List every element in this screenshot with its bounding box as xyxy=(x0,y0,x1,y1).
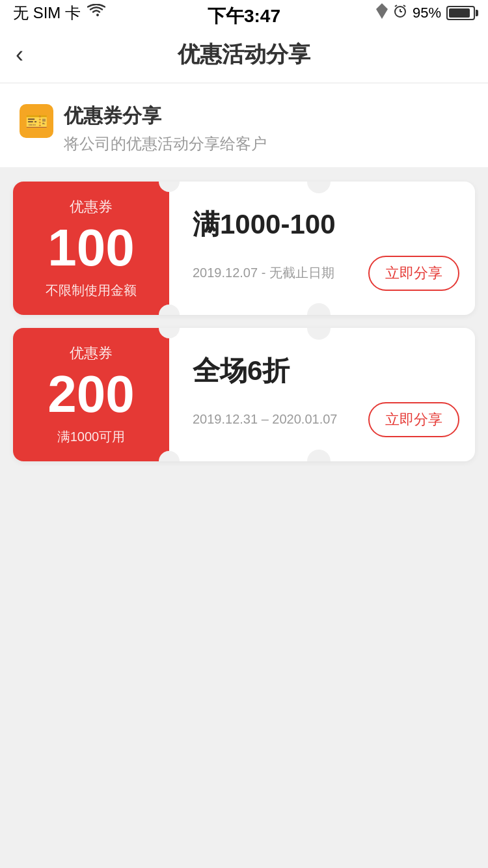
section-description: 将公司的优惠活动分享给客户 xyxy=(64,133,267,154)
svg-line-4 xyxy=(403,5,405,7)
coupon-right: 全场6折 2019.12.31 – 2020.01.07 立即分享 xyxy=(169,328,475,461)
status-time: 下午3:47 xyxy=(208,4,280,29)
empty-area xyxy=(0,474,488,865)
coupon-type: 优惠券 xyxy=(70,344,113,363)
coupon-amount: 100 xyxy=(47,222,134,274)
coupon-bottom: 2019.12.31 – 2020.01.07 立即分享 xyxy=(193,402,459,437)
coupon-list: 优惠券 100 不限制使用金额 满1000-100 2019.12.07 - 无… xyxy=(0,169,488,474)
coupon-condition: 满1000可用 xyxy=(57,428,126,446)
battery-icon xyxy=(446,6,475,20)
status-right: 95% xyxy=(376,3,475,23)
share-button[interactable]: 立即分享 xyxy=(368,256,459,291)
status-left: 无 SIM 卡 xyxy=(13,3,105,23)
section-header: 🎫 优惠券分享 将公司的优惠活动分享给客户 xyxy=(0,83,488,167)
coupon-bottom: 2019.12.07 - 无截止日期 立即分享 xyxy=(193,256,459,291)
coupon-date: 2019.12.31 – 2020.01.07 xyxy=(193,412,337,427)
coupon-title: 全场6折 xyxy=(193,353,459,389)
status-bar: 无 SIM 卡 下午3:47 95% xyxy=(0,0,488,26)
alarm-icon xyxy=(393,4,407,22)
wifi-icon xyxy=(87,4,105,22)
battery-percent: 95% xyxy=(413,5,441,21)
network-label: 无 SIM 卡 xyxy=(13,3,81,23)
coupon-icon: 🎫 xyxy=(25,111,48,132)
section-icon: 🎫 xyxy=(20,104,53,138)
page-title: 优惠活动分享 xyxy=(178,40,310,70)
coupon-type: 优惠券 xyxy=(70,197,113,217)
back-button[interactable]: ‹ xyxy=(16,41,23,68)
coupon-condition: 不限制使用金额 xyxy=(46,282,137,299)
coupon-amount: 200 xyxy=(47,368,134,420)
coupon-right: 满1000-100 2019.12.07 - 无截止日期 立即分享 xyxy=(169,182,475,315)
nav-bar: ‹ 优惠活动分享 xyxy=(0,26,488,83)
share-button[interactable]: 立即分享 xyxy=(368,402,459,437)
section-text: 优惠券分享 将公司的优惠活动分享给客户 xyxy=(64,103,267,154)
coupon-left: 优惠券 200 满1000可用 xyxy=(13,328,169,461)
location-icon xyxy=(376,3,388,23)
coupon-left: 优惠券 100 不限制使用金额 xyxy=(13,182,169,315)
coupon-title: 满1000-100 xyxy=(193,206,459,243)
svg-line-3 xyxy=(395,5,397,7)
coupon-card: 优惠券 200 满1000可用 全场6折 2019.12.31 – 2020.0… xyxy=(13,328,475,461)
section-title: 优惠券分享 xyxy=(64,103,267,129)
coupon-card: 优惠券 100 不限制使用金额 满1000-100 2019.12.07 - 无… xyxy=(13,182,475,315)
coupon-date: 2019.12.07 - 无截止日期 xyxy=(193,264,334,282)
